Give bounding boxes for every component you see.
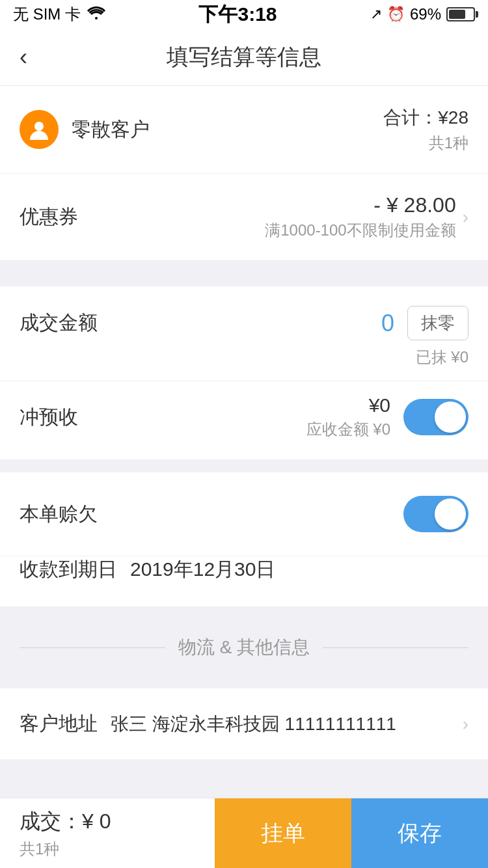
deal-prefix: 成交： <box>20 809 82 833</box>
prepay-amount: ¥0 <box>306 394 390 416</box>
status-right: ↗ ⏰ 69% <box>370 5 475 23</box>
transaction-label: 成交金额 <box>20 310 98 336</box>
logistics-header: 物流 & 其他信息 <box>0 619 488 675</box>
prepay-row: 冲预收 ¥0 应收金额 ¥0 <box>0 381 488 459</box>
battery-icon <box>446 7 475 21</box>
time-label: 下午3:18 <box>198 1 277 28</box>
total-amount: 合计：¥28 <box>383 105 468 130</box>
address-value: 张三 海淀永丰科技园 11111111111 <box>111 712 463 737</box>
coupon-amount: - ¥ 28.00 <box>265 193 455 217</box>
status-bar: 无 SIM 卡 下午3:18 ↗ ⏰ 69% <box>0 0 488 29</box>
svg-point-0 <box>34 122 44 131</box>
deal-amount: ¥ 0 <box>82 809 111 833</box>
due-date-label: 收款到期日 <box>20 556 117 583</box>
content: 零散客户 合计：¥28 共1种 优惠券 - ¥ 28.00 满1000-100不… <box>0 86 488 868</box>
debt-label: 本单赊欠 <box>20 501 98 528</box>
round-down-button[interactable]: 抹零 <box>407 306 468 340</box>
avatar <box>20 110 59 149</box>
carrier-label: 无 SIM 卡 <box>13 4 81 25</box>
nav-bar: ‹ 填写结算等信息 <box>0 29 488 86</box>
debt-section: 本单赊欠 收款到期日 2019年12月30日 <box>0 472 488 606</box>
prepay-toggle[interactable] <box>403 399 468 435</box>
prepay-amount-group: ¥0 应收金额 ¥0 <box>306 394 390 440</box>
divider-1 <box>0 273 488 286</box>
debt-row: 本单赊欠 <box>0 472 488 556</box>
customer-section: 零散客户 合计：¥28 共1种 优惠券 - ¥ 28.00 满1000-100不… <box>0 86 488 260</box>
coupon-right: - ¥ 28.00 满1000-100不限制使用金额 › <box>265 193 468 241</box>
wifi-icon <box>87 5 105 23</box>
location-icon: ↗ <box>370 6 382 23</box>
transaction-row: 成交金额 0 抹零 <box>0 286 488 347</box>
pending-button[interactable]: 挂单 <box>215 798 351 869</box>
bottom-bar: 成交：¥ 0 共1种 挂单 保存 <box>0 798 488 868</box>
bottom-count: 共1种 <box>20 839 195 860</box>
battery-percent: 69% <box>410 5 441 23</box>
transaction-amount: 0 <box>381 310 394 337</box>
coupon-label: 优惠券 <box>20 204 78 230</box>
address-row[interactable]: 客户地址 张三 海淀永丰科技园 11111111111 › <box>0 688 488 759</box>
toggle-knob <box>435 401 466 433</box>
debt-toggle[interactable] <box>403 496 468 532</box>
total-count: 共1种 <box>383 133 468 154</box>
prepay-receivable: 应收金额 ¥0 <box>306 419 390 440</box>
address-chevron-icon: › <box>463 714 468 735</box>
transaction-right: 0 抹零 <box>381 306 468 340</box>
due-date-row: 收款到期日 2019年12月30日 <box>0 556 488 606</box>
bottom-btn-group: 挂单 保存 <box>215 798 488 869</box>
bottom-deal: 成交：¥ 0 <box>20 807 195 836</box>
page-title: 填写结算等信息 <box>167 42 321 72</box>
customer-row: 零散客户 合计：¥28 共1种 <box>0 86 488 173</box>
already-rounded: 已抹 ¥0 <box>0 347 488 381</box>
divider-2 <box>0 459 488 472</box>
customer-total: 合计：¥28 共1种 <box>383 105 468 154</box>
customer-left: 零散客户 <box>20 110 150 149</box>
debt-toggle-knob <box>435 498 466 530</box>
status-left: 无 SIM 卡 <box>13 4 105 25</box>
coupon-row[interactable]: 优惠券 - ¥ 28.00 满1000-100不限制使用金额 › <box>0 173 488 260</box>
logistics-section: 物流 & 其他信息 <box>0 619 488 675</box>
transaction-section: 成交金额 0 抹零 已抹 ¥0 冲预收 ¥0 应收金额 ¥0 <box>0 286 488 459</box>
coupon-desc: 满1000-100不限制使用金额 <box>265 220 455 241</box>
chevron-right-icon: › <box>463 207 468 228</box>
back-button[interactable]: ‹ <box>20 44 27 71</box>
customer-name: 零散客户 <box>72 116 150 143</box>
prepay-label: 冲预收 <box>20 404 78 431</box>
alarm-icon: ⏰ <box>387 6 405 23</box>
due-date-value: 2019年12月30日 <box>130 556 275 583</box>
prepay-right: ¥0 应收金额 ¥0 <box>306 394 468 440</box>
address-label: 客户地址 <box>20 711 98 737</box>
coupon-right-inner: - ¥ 28.00 满1000-100不限制使用金额 <box>265 193 455 241</box>
logistics-label: 物流 & 其他信息 <box>178 635 310 660</box>
save-button[interactable]: 保存 <box>351 798 488 869</box>
address-section: 客户地址 张三 海淀永丰科技园 11111111111 › <box>0 688 488 759</box>
bottom-summary: 成交：¥ 0 共1种 <box>0 807 215 860</box>
